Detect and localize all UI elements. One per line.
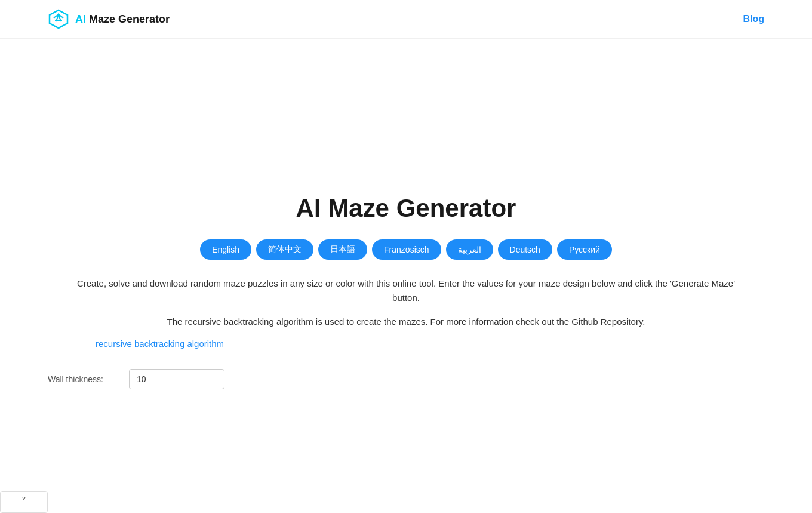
- lang-btn-russian[interactable]: Русский: [557, 239, 612, 260]
- wall-thickness-input[interactable]: [129, 369, 224, 389]
- wall-thickness-label: Wall thickness:: [48, 374, 119, 384]
- algo-link[interactable]: recursive backtracking algorithm: [96, 339, 224, 349]
- lang-btn-english[interactable]: English: [200, 239, 251, 260]
- description-text: Create, solve and download random maze p…: [48, 277, 764, 305]
- lang-btn-german[interactable]: Deutsch: [498, 239, 552, 260]
- form-area: Wall thickness:: [24, 357, 788, 401]
- logo-link[interactable]: AI Maze Generator: [48, 8, 170, 30]
- logo-text: AI Maze Generator: [75, 13, 170, 26]
- header: AI Maze Generator Blog: [0, 0, 812, 39]
- language-selector: English 简体中文 日本語 Französisch العربية Deu…: [200, 239, 612, 260]
- algo-description: The recursive backtracking algorithm is …: [167, 315, 645, 329]
- link-section: recursive backtracking algorithm: [0, 339, 812, 357]
- blog-link[interactable]: Blog: [743, 14, 764, 24]
- lang-btn-japanese[interactable]: 日本語: [318, 239, 367, 260]
- wall-thickness-row: Wall thickness:: [48, 369, 764, 389]
- lang-btn-arabic[interactable]: العربية: [446, 239, 493, 260]
- main-content: AI Maze Generator English 简体中文 日本語 Franz…: [0, 39, 812, 401]
- main-nav: Blog: [743, 14, 764, 24]
- bottom-dropdown-bar[interactable]: ˅: [0, 491, 48, 513]
- lang-btn-french[interactable]: Französisch: [372, 239, 441, 260]
- logo-icon: [48, 8, 69, 30]
- chevron-down-icon: ˅: [21, 496, 26, 508]
- lang-btn-chinese[interactable]: 简体中文: [256, 239, 313, 260]
- page-title: AI Maze Generator: [296, 194, 516, 223]
